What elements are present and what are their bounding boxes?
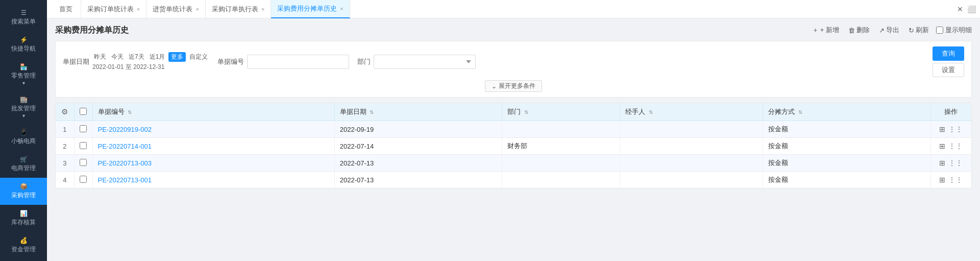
tab-close-purchase-order-stats[interactable]: ×: [137, 6, 140, 12]
date-range-display[interactable]: 2022-01-01 至 2022-12-31: [92, 63, 209, 72]
more-btn[interactable]: 更多: [168, 52, 186, 62]
sidebar-item-retail[interactable]: 🏪 零售管理 ▾: [0, 58, 47, 91]
cell-num: 3: [56, 155, 74, 172]
cell-action: ⊞ ⋮⋮: [930, 155, 971, 172]
sidebar-item-quicknav[interactable]: ⚡ 快捷导航: [0, 31, 47, 58]
table-header: ⚙ 单据编号 ⇅ 单据日期 ⇅: [56, 103, 971, 121]
sidebar-item-purchase-label: 采购管理: [2, 191, 45, 200]
refresh-button[interactable]: ↻ 刷新: [906, 25, 931, 36]
more-action-icon[interactable]: ⋮⋮: [948, 125, 963, 133]
cell-handler: [620, 121, 763, 138]
finance-icon: 💰: [2, 237, 45, 244]
sidebar: ☰ 搜索菜单 ⚡ 快捷导航 🏪 零售管理 ▾ 🏬 批发管理 ▾ 📱 小畅电商 🛒…: [0, 0, 47, 261]
cell-doc-no: PE-20220714-001: [92, 138, 334, 155]
sidebar-item-ledger[interactable]: 📒 总账管理: [0, 259, 47, 261]
row-checkbox[interactable]: [80, 176, 87, 183]
sidebar-item-search[interactable]: ☰ 搜索菜单: [0, 4, 47, 31]
sidebar-item-purchase[interactable]: 📦 采购管理: [0, 178, 47, 205]
th-doc-no-label: 单据编号: [98, 108, 125, 115]
view-action-icon[interactable]: ⊞: [939, 125, 945, 133]
tab-purchase-goods-stats[interactable]: 进货单统计表 ×: [146, 0, 205, 18]
cell-num: 1: [56, 121, 74, 138]
more-action-icon[interactable]: ⋮⋮: [948, 176, 963, 184]
view-action-icon[interactable]: ⊞: [939, 176, 945, 184]
expand-label: 展开更多条件: [499, 82, 535, 90]
tab-close-purchase-order-exec[interactable]: ×: [261, 6, 264, 12]
sort-handler-icon[interactable]: ⇅: [649, 109, 653, 115]
maximize-tab-icon[interactable]: ⬜: [967, 5, 976, 13]
search-settings-button[interactable]: 设置: [933, 63, 964, 77]
tab-purchase-order-stats[interactable]: 采购订单统计表 ×: [81, 0, 146, 18]
expand-conditions-btn[interactable]: ⌄ 展开更多条件: [485, 80, 542, 92]
row-checkbox[interactable]: [80, 159, 87, 166]
sidebar-item-inventory[interactable]: 📊 库存核算: [0, 205, 47, 232]
view-action-icon[interactable]: ⊞: [939, 159, 945, 167]
sort-split-method-icon[interactable]: ⇅: [798, 109, 802, 115]
show-columns-checkbox[interactable]: [936, 27, 943, 34]
doc-no-link[interactable]: PE-20220713-003: [98, 159, 152, 167]
page-title: 采购费用分摊单历史: [55, 25, 129, 36]
row-checkbox[interactable]: [80, 142, 87, 149]
search-menu-icon: ☰: [2, 9, 45, 16]
sort-dept-icon[interactable]: ⇅: [524, 109, 528, 115]
sidebar-item-finance-label: 资金管理: [2, 245, 45, 254]
select-all-checkbox[interactable]: [80, 108, 87, 115]
yesterday-btn[interactable]: 昨天: [92, 52, 108, 62]
cell-doc-date: 2022-09-19: [334, 121, 502, 138]
show-columns-toggle[interactable]: 显示明细: [936, 26, 972, 35]
doc-no-link[interactable]: PE-20220919-002: [98, 126, 152, 133]
sidebar-item-ecommerce[interactable]: 🛒 电商管理: [0, 151, 47, 178]
delete-button[interactable]: 🗑 删除: [846, 25, 872, 36]
tab-close-purchase-goods-stats[interactable]: ×: [195, 6, 199, 12]
wholesale-arrow-icon: ▾: [2, 113, 45, 118]
sidebar-item-quicknav-label: 快捷导航: [2, 44, 45, 53]
tab-purchase-order-exec[interactable]: 采购订单执行表 ×: [206, 0, 271, 18]
tab-purchase-order-stats-label: 采购订单统计表: [87, 5, 134, 14]
th-doc-date-label: 单据日期: [340, 108, 366, 115]
doc-no-link[interactable]: PE-20220713-001: [98, 176, 152, 184]
expand-row: ⌄ 展开更多条件: [63, 80, 964, 92]
doc-no-link[interactable]: PE-20220714-001: [98, 143, 152, 150]
today-btn[interactable]: 今天: [110, 52, 125, 62]
sidebar-item-finance[interactable]: 💰 资金管理: [0, 232, 47, 259]
view-action-icon[interactable]: ⊞: [939, 142, 945, 150]
tab-close-purchase-fee-split[interactable]: ×: [340, 6, 343, 12]
custom-btn[interactable]: 自定义: [188, 52, 209, 62]
export-button[interactable]: ↗ 导出: [877, 25, 901, 36]
retail-icon: 🏪: [2, 63, 45, 70]
date-shortcuts-group: 昨天 今天 近7天 近1月 更多 自定义 2022-01-01 至 2022-1…: [92, 52, 209, 72]
cell-doc-date: 2022-07-13: [334, 172, 502, 188]
refresh-label: 刷新: [916, 26, 929, 35]
sidebar-item-minishop[interactable]: 📱 小畅电商: [0, 124, 47, 151]
tab-purchase-goods-stats-label: 进货单统计表: [153, 5, 192, 14]
query-button[interactable]: 查询: [933, 46, 964, 61]
cell-doc-no: PE-20220919-002: [92, 121, 334, 138]
close-all-tabs-icon[interactable]: ✕: [957, 5, 963, 13]
more-action-icon[interactable]: ⋮⋮: [948, 142, 963, 150]
th-action-label: 操作: [944, 108, 958, 115]
cell-doc-date: 2022-07-14: [334, 138, 502, 155]
sort-doc-date-icon[interactable]: ⇅: [370, 109, 374, 115]
last1month-btn[interactable]: 近1月: [148, 52, 167, 62]
date-field: 单据日期 昨天 今天 近7天 近1月 更多 自定义 2022-01-01 至 2…: [63, 52, 209, 72]
add-icon: ＋: [812, 26, 819, 35]
cell-num: 2: [56, 138, 74, 155]
data-table: ⚙ 单据编号 ⇅ 单据日期 ⇅: [56, 103, 971, 188]
last7days-btn[interactable]: 近7天: [127, 52, 146, 62]
sort-doc-no-icon[interactable]: ⇅: [128, 109, 132, 115]
more-action-icon[interactable]: ⋮⋮: [948, 159, 963, 167]
row-checkbox[interactable]: [80, 125, 87, 132]
sidebar-item-wholesale[interactable]: 🏬 批发管理 ▾: [0, 91, 47, 124]
tab-purchase-fee-split[interactable]: 采购费用分摊单历史 ×: [271, 0, 350, 18]
doc-no-field: 单据编号: [217, 55, 349, 69]
sidebar-item-ecommerce-label: 电商管理: [2, 164, 45, 173]
th-settings[interactable]: ⚙: [56, 103, 74, 121]
wholesale-icon: 🏬: [2, 96, 45, 103]
tab-home[interactable]: 首页: [51, 0, 81, 18]
ecommerce-icon: 🛒: [2, 156, 45, 163]
doc-no-input[interactable]: [247, 55, 349, 69]
table-settings-icon[interactable]: ⚙: [61, 107, 68, 116]
add-button[interactable]: ＋ + 新增: [810, 25, 841, 36]
dept-select[interactable]: 财务部: [374, 55, 476, 69]
add-label: + 新增: [820, 26, 839, 35]
